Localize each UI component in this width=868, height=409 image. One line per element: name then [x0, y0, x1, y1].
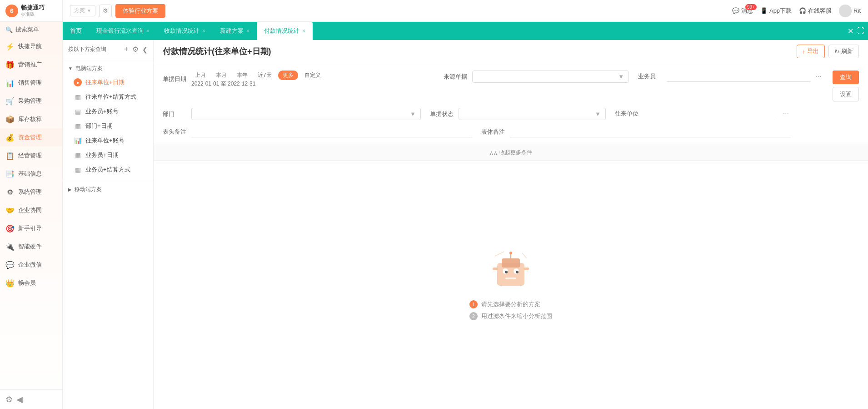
chevron-down-icon: ▼: [87, 8, 91, 13]
date-option-last-7-days[interactable]: 近7天: [254, 71, 275, 80]
tab-new-scheme-label: 新建方案: [220, 27, 244, 35]
refresh-button[interactable]: ↻ 刷新: [828, 45, 859, 58]
guide-icon: 🎯: [5, 224, 15, 233]
tab-bank-flow-close-icon[interactable]: ×: [146, 28, 150, 34]
messages-button[interactable]: 💬 消息 99+: [732, 7, 753, 15]
sidebar-item-enterprise[interactable]: 🤝 企业协同: [0, 201, 62, 219]
top-header: 方案 ▼ ⚙ 体验行业方案 💬 消息 99+ 📱 App下载 🎧 在线客服: [63, 0, 868, 22]
scheme-item-dept-date[interactable]: ▦ 部门+日期: [63, 119, 153, 133]
online-service-button[interactable]: 🎧 在线客服: [799, 7, 832, 15]
note-header-label: 表头备注: [163, 128, 188, 136]
sidebar-item-inventory[interactable]: 📦 库存核算: [0, 110, 62, 128]
sidebar-item-basic-info[interactable]: 📑 基础信息: [0, 165, 62, 183]
dept-chevron: ▼: [410, 111, 416, 117]
mobile-group-title[interactable]: ▶ 移动端方案: [63, 183, 153, 196]
purchase-icon: 🛒: [5, 96, 15, 106]
tab-payment-stat[interactable]: 付款情况统计 ×: [257, 22, 313, 40]
scheme-item-staff-date[interactable]: ▦ 业务员+日期: [63, 148, 153, 162]
export-button[interactable]: ↑ 导出: [797, 45, 825, 58]
scheme-selector[interactable]: 方案 ▼: [70, 5, 95, 16]
search-menu[interactable]: 🔍 搜索菜单: [0, 22, 62, 37]
date-option-last-month[interactable]: 上月: [191, 71, 210, 80]
desktop-group-title[interactable]: ▼ 电脑端方案: [63, 62, 153, 75]
try-industry-button[interactable]: 体验行业方案: [115, 4, 165, 18]
dept-select[interactable]: ▼: [191, 108, 421, 120]
sidebar-item-capital[interactable]: 💰 资金管理: [0, 128, 62, 146]
dept-label: 部门: [163, 110, 188, 118]
scheme-bar-icon: ▤: [74, 107, 82, 116]
note-body-label: 表体备注: [481, 128, 506, 136]
messages-badge: 99+: [745, 4, 757, 10]
phone-icon: 📱: [760, 7, 768, 14]
filter-actions: ↑ 导出 ↻ 刷新: [797, 45, 859, 58]
sidebar: 6 畅捷通巧 标准版 🔍 搜索菜单 ⚡ 快捷导航 🎁 营销推广 📊 销售管理 🛒…: [0, 0, 63, 409]
collapse-bar[interactable]: ∧∧ 收起更多条件: [154, 145, 868, 161]
header-right: 💬 消息 99+ 📱 App下载 🎧 在线客服 Rit: [732, 5, 861, 17]
source-bill-select[interactable]: ▼: [472, 71, 629, 83]
desktop-group-label: 电脑端方案: [75, 65, 103, 72]
sidebar-item-management[interactable]: 📋 经营管理: [0, 146, 62, 165]
basic-info-icon: 📑: [5, 169, 15, 178]
empty-tips: 1 请先选择要分析的方案 2 用过滤条件来缩小分析范围: [469, 300, 552, 320]
sidebar-item-sales[interactable]: 📊 销售管理: [0, 74, 62, 92]
scheme-settings-icon[interactable]: ⚙: [132, 45, 139, 54]
sidebar-item-purchase[interactable]: 🛒 采购管理: [0, 92, 62, 110]
user-profile[interactable]: Rit: [839, 5, 861, 17]
sidebar-item-quick-nav[interactable]: ⚡ 快捷导航: [0, 37, 62, 56]
sidebar-collapse-icon[interactable]: ◀: [16, 394, 23, 404]
sidebar-item-system[interactable]: ⚙ 系统管理: [0, 183, 62, 201]
tab-home-label: 首页: [70, 27, 82, 35]
tab-new-scheme[interactable]: 新建方案 ×: [213, 22, 257, 40]
tab-collection[interactable]: 收款情况统计 ×: [157, 22, 213, 40]
date-option-this-month[interactable]: 本月: [212, 71, 230, 80]
sales-icon: 📊: [5, 78, 15, 87]
sidebar-item-guide[interactable]: 🎯 新手引导: [0, 219, 62, 237]
tab-bank-flow[interactable]: 现金银行流水查询 ×: [89, 22, 157, 40]
note-header-input[interactable]: [191, 126, 472, 137]
sidebar-item-member[interactable]: 👑 畅会员: [0, 274, 62, 292]
query-button[interactable]: 查询: [833, 71, 859, 84]
app-download-button[interactable]: 📱 App下载: [760, 7, 792, 15]
tip-num-2: 2: [469, 312, 478, 320]
scheme-item-partner-settle[interactable]: ▦ 往来单位+结算方式: [63, 90, 153, 104]
quick-nav-icon: ⚡: [5, 42, 15, 51]
settings-button2[interactable]: 设置: [833, 87, 859, 101]
bill-status-label: 单据状态: [430, 110, 455, 118]
empty-tip-1: 1 请先选择要分析的方案: [469, 300, 552, 308]
empty-tip-2: 2 用过滤条件来缩小分析范围: [469, 312, 552, 320]
scheme-item-partner-date[interactable]: ● 往来单位+日期: [63, 75, 153, 90]
tab-home[interactable]: 首页: [63, 22, 89, 40]
scheme-item-staff-account[interactable]: ▤ 业务员+账号: [63, 104, 153, 119]
bill-status-select[interactable]: ▼: [459, 108, 606, 120]
tab-close-all-icon[interactable]: ✕: [848, 27, 853, 35]
sidebar-item-marketing[interactable]: 🎁 营销推广: [0, 56, 62, 74]
scheme-item-staff-settle[interactable]: ▦ 业务员+结算方式: [63, 162, 153, 177]
date-option-this-year[interactable]: 本年: [233, 71, 251, 80]
staff-ellipsis-button[interactable]: ···: [814, 71, 823, 82]
tip-text-1: 请先选择要分析的方案: [481, 300, 540, 308]
sidebar-item-label: 企业协同: [18, 206, 42, 214]
date-option-more[interactable]: 更多: [278, 71, 298, 80]
tab-payment-stat-close-icon[interactable]: ×: [302, 28, 305, 34]
add-scheme-icon[interactable]: +: [124, 45, 129, 54]
sidebar-settings-icon[interactable]: ⚙: [5, 394, 13, 404]
header-settings-button[interactable]: ⚙: [99, 5, 112, 17]
tab-expand-icon[interactable]: ⛶: [857, 27, 864, 35]
date-option-custom[interactable]: 自定义: [301, 71, 324, 80]
tab-new-scheme-close-icon[interactable]: ×: [246, 28, 249, 34]
scheme-table3-icon: ▦: [74, 151, 82, 159]
export-label: 导出: [807, 47, 819, 56]
partner-ellipsis-button[interactable]: ···: [781, 108, 791, 120]
partner-field: 往来单位 ···: [615, 108, 791, 120]
source-bill-chevron: ▼: [618, 73, 624, 80]
partner-input[interactable]: [644, 108, 778, 119]
scheme-item-partner-account[interactable]: 📊 往来单位+账号: [63, 133, 153, 148]
staff-input[interactable]: [667, 71, 810, 82]
query-btn-col: 查询 设置: [833, 71, 859, 101]
note-body-input[interactable]: [510, 126, 791, 137]
tab-collection-close-icon[interactable]: ×: [202, 28, 205, 34]
sidebar-item-wechat[interactable]: 💬 企业微信: [0, 256, 62, 274]
scheme-collapse-icon[interactable]: ❮: [142, 46, 148, 53]
date-options-area: 上月 本月 本年 近7天 更多 自定义 2022-01-01 至 2022-12…: [191, 71, 324, 88]
sidebar-item-hardware[interactable]: 🔌 智能硬件: [0, 237, 62, 256]
